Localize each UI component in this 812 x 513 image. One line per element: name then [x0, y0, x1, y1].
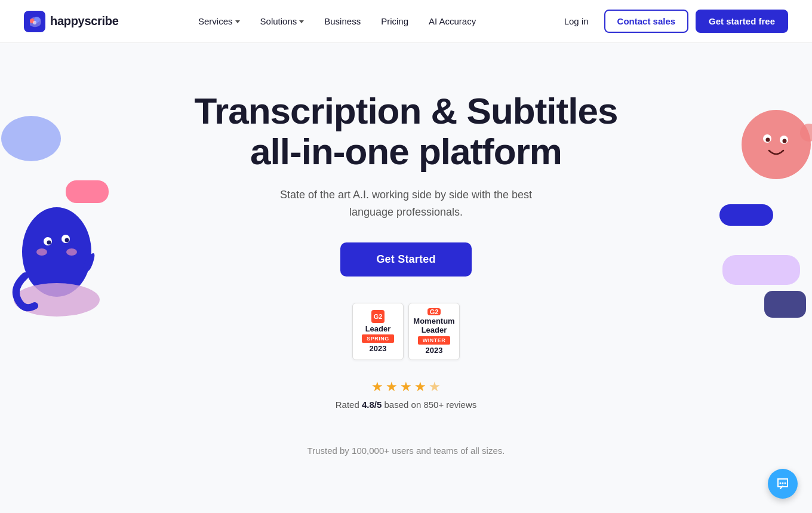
contact-sales-button[interactable]: Contact sales [604, 10, 689, 33]
star-1: ★ [371, 379, 383, 395]
svg-rect-21 [722, 255, 800, 285]
star-3: ★ [400, 379, 412, 395]
badge-leader-year: 2023 [370, 344, 387, 353]
rating-review-text: based on 850+ reviews [385, 400, 477, 410]
star-5-half: ★ [429, 379, 441, 395]
svg-point-3 [33, 21, 36, 24]
logo-icon [24, 11, 45, 32]
trusted-text: Trusted by 100,000+ users and teams of a… [307, 446, 505, 456]
rating-text: Rated 4.8/5 based on 850+ reviews [336, 400, 476, 410]
services-chevron-icon [235, 20, 240, 23]
badge-momentum-year: 2023 [426, 346, 443, 355]
badge-momentum-title: Momentum Leader [413, 317, 454, 335]
svg-point-15 [763, 134, 771, 143]
svg-point-4 [1, 116, 61, 161]
svg-point-10 [65, 238, 69, 242]
g2-leader-badge: G2 Leader SPRING 2023 [352, 303, 404, 360]
star-2: ★ [386, 379, 398, 395]
svg-point-18 [783, 139, 787, 143]
svg-point-17 [766, 138, 770, 142]
svg-point-14 [742, 110, 811, 179]
badge-momentum-season: WINTER [418, 336, 451, 345]
logo-link[interactable]: happyscribe [24, 11, 119, 32]
solutions-chevron-icon [299, 20, 304, 23]
chat-widget-button[interactable] [768, 469, 798, 499]
g2-icon-2: G2 [427, 308, 441, 315]
g2-momentum-badge: G2 Momentum Leader WINTER 2023 [408, 303, 460, 360]
rating-score: 4.8/5 [362, 400, 382, 410]
hero-cta-button[interactable]: Get Started [340, 242, 471, 277]
svg-point-11 [14, 283, 100, 317]
svg-rect-20 [719, 204, 773, 226]
nav-business[interactable]: Business [316, 11, 369, 31]
g2-badges: G2 Leader SPRING 2023 G2 Momentum Leader… [352, 303, 460, 360]
svg-point-7 [44, 237, 52, 245]
nav-solutions[interactable]: Solutions [252, 11, 313, 31]
stars-row: ★ ★ ★ ★ ★ [371, 379, 441, 395]
nav-services[interactable]: Services [190, 11, 248, 31]
svg-point-13 [66, 248, 77, 256]
svg-point-23 [780, 483, 782, 484]
svg-point-9 [47, 241, 51, 245]
svg-point-24 [782, 483, 784, 484]
hero-subtitle: State of the art A.I. working side by si… [263, 186, 549, 221]
nav-links: Services Solutions Business Pricing AI A… [190, 11, 484, 31]
svg-point-16 [780, 136, 788, 144]
star-4: ★ [414, 379, 426, 395]
svg-point-12 [36, 248, 47, 256]
get-started-free-button[interactable]: Get started free [696, 10, 788, 33]
svg-point-19 [800, 124, 812, 142]
hero-section: Transcription & Subtitles all-in-one pla… [0, 43, 812, 492]
logo-text: happyscribe [50, 14, 119, 28]
nav-ai-accuracy[interactable]: AI Accuracy [420, 11, 484, 31]
badge-leader-title: Leader [365, 324, 391, 334]
login-button[interactable]: Log in [556, 11, 597, 31]
deco-left [0, 79, 125, 332]
nav-pricing[interactable]: Pricing [373, 11, 417, 31]
nav-actions: Log in Contact sales Get started free [556, 10, 788, 33]
chat-icon [776, 477, 790, 491]
svg-rect-5 [66, 180, 109, 203]
svg-point-6 [22, 207, 91, 297]
svg-point-8 [61, 235, 70, 243]
svg-rect-22 [764, 291, 806, 318]
deco-right [687, 79, 812, 332]
hero-title: Transcription & Subtitles all-in-one pla… [195, 91, 618, 172]
svg-point-25 [785, 483, 786, 484]
g2-icon: G2 [371, 310, 385, 323]
main-nav: happyscribe Services Solutions Business … [0, 0, 812, 43]
badge-leader-season: SPRING [362, 334, 394, 343]
